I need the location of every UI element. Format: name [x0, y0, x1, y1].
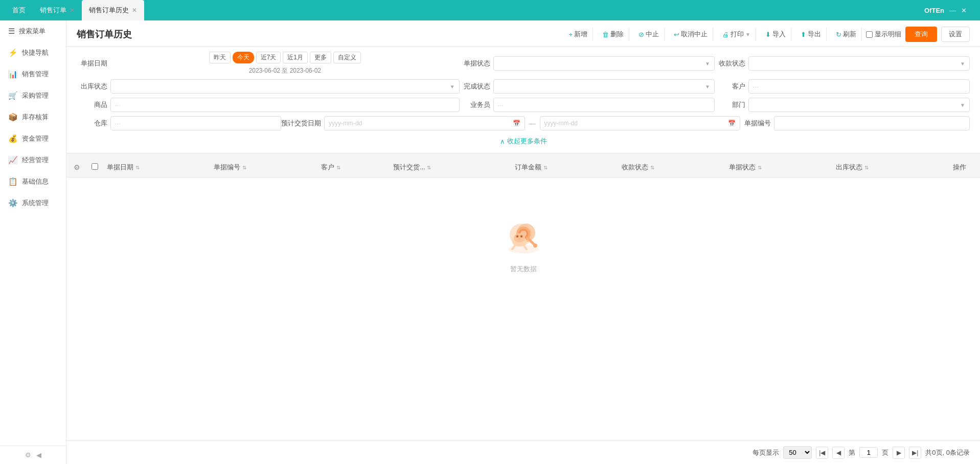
- tab-sales-order[interactable]: 销售订单 ✕: [33, 0, 82, 20]
- product-input[interactable]: ···: [110, 98, 460, 112]
- bill-no-input[interactable]: [774, 116, 970, 130]
- new-btn[interactable]: + 新增: [564, 28, 594, 41]
- page-size-select[interactable]: 20 50 100: [783, 446, 812, 459]
- show-detail-checkbox[interactable]: 显示明细: [866, 30, 901, 39]
- first-page-btn[interactable]: |◀: [816, 447, 828, 459]
- sidebar-expand-btn[interactable]: ◀: [36, 451, 41, 459]
- sidebar-item-base-info[interactable]: 📋 基础信息: [0, 171, 66, 192]
- setting-btn[interactable]: 设置: [941, 27, 970, 42]
- show-detail-input[interactable]: [866, 31, 873, 38]
- import-btn[interactable]: ⬇ 导入: [760, 28, 791, 41]
- th-out-status: 出库状态 ⇅: [832, 158, 939, 178]
- stop-btn[interactable]: ⊘ 中止: [633, 28, 665, 41]
- payment-status-select[interactable]: ▼: [748, 56, 970, 71]
- dept-label: 部门: [715, 100, 745, 109]
- sidebar-settings-btn[interactable]: ⚙: [25, 451, 31, 459]
- sidebar-item-purchase-mgmt[interactable]: 🛒 采购管理: [0, 85, 66, 106]
- gear-btn[interactable]: ⚙: [71, 162, 83, 172]
- refresh-icon: ↻: [836, 31, 841, 38]
- print-btn[interactable]: 🖨 打印 ▼: [717, 28, 756, 41]
- minimize-btn[interactable]: —: [949, 7, 956, 14]
- dept-select[interactable]: ▼: [748, 98, 970, 112]
- cancel-stop-btn[interactable]: ↩ 取消中止: [669, 28, 713, 41]
- empty-state-icon: [498, 208, 549, 259]
- shortcut-last1m[interactable]: 近1月: [283, 52, 308, 63]
- salesman-label: 业务员: [460, 100, 490, 109]
- header-actions: + 新增 🗑 删除 ⊘ 中止 ↩ 取消中止 🖨 打印: [564, 27, 970, 42]
- complete-status-arrow-icon: ▼: [705, 84, 710, 90]
- shortcut-today[interactable]: 今天: [233, 52, 254, 63]
- delete-btn[interactable]: 🗑 删除: [597, 28, 629, 41]
- svg-point-6: [533, 244, 537, 248]
- collapse-bar[interactable]: ∧ 收起更多条件: [77, 135, 970, 148]
- tab-sales-order-history-label: 销售订单历史: [89, 6, 129, 15]
- export-icon: ⬆: [801, 31, 806, 38]
- search-menu-icon: ☰: [8, 27, 15, 36]
- shortcut-yesterday[interactable]: 昨天: [209, 52, 231, 63]
- sort-no-icon[interactable]: ⇅: [242, 165, 246, 170]
- sidebar-item-stock-calc[interactable]: 📦 库存核算: [0, 106, 66, 128]
- delete-icon: 🗑: [602, 31, 609, 38]
- sidebar-item-biz-mgmt[interactable]: 📈 经营管理: [0, 149, 66, 171]
- th-amount: 订单金额 ⇅: [511, 158, 618, 178]
- prev-page-btn[interactable]: ◀: [832, 447, 845, 459]
- tab-sales-order-history-close[interactable]: ✕: [132, 7, 137, 14]
- filter-date: 单据日期 昨天 今天 近7天 近1月 更多 自定义 2023-06-02 至 2…: [77, 52, 460, 75]
- th-date: 单据日期 ⇅: [103, 158, 210, 178]
- query-btn[interactable]: 查询: [905, 27, 937, 42]
- out-status-select[interactable]: ▼: [110, 79, 460, 94]
- filter-dept: 部门 ▼: [715, 98, 970, 112]
- complete-status-select[interactable]: ▼: [493, 79, 715, 94]
- sort-bill-status-icon[interactable]: ⇅: [758, 165, 762, 170]
- page-size-label: 每页显示: [753, 448, 779, 457]
- shortcut-more[interactable]: 更多: [310, 52, 331, 63]
- tab-sales-order-history[interactable]: 销售订单历史 ✕: [82, 0, 144, 20]
- sort-date-icon[interactable]: ⇅: [135, 165, 140, 170]
- new-btn-label: 新增: [574, 30, 587, 39]
- tab-home[interactable]: 首页: [5, 0, 33, 20]
- filter-bill-status: 单据状态 ▼: [460, 56, 715, 71]
- warehouse-ellipsis: ···: [115, 120, 121, 127]
- shortcut-last7[interactable]: 近7天: [256, 52, 281, 63]
- sidebar-item-sales-mgmt[interactable]: 📊 销售管理: [0, 63, 66, 85]
- last-page-btn[interactable]: ▶|: [909, 447, 921, 459]
- sort-expected-date-icon[interactable]: ⇅: [427, 165, 431, 170]
- th-actions: 操作: [939, 158, 980, 178]
- quick-nav-icon: ⚡: [8, 48, 18, 57]
- sidebar-item-fund-mgmt-label: 资金管理: [22, 134, 49, 143]
- th-expected-date-label: 预计交货...: [393, 163, 425, 171]
- salesman-input[interactable]: ···: [493, 98, 715, 112]
- customer-input[interactable]: ···: [748, 79, 970, 94]
- collapse-up-icon: ∧: [500, 138, 505, 145]
- svg-point-8: [514, 233, 525, 242]
- shortcut-custom[interactable]: 自定义: [333, 52, 361, 63]
- select-all-checkbox[interactable]: [92, 163, 98, 170]
- filter-row-2: 出库状态 ▼ 完成状态 ▼ 客户 ···: [77, 79, 970, 94]
- refresh-btn[interactable]: ↻ 刷新: [831, 28, 862, 41]
- empty-text: 暂无数据: [510, 264, 537, 274]
- sort-amount-icon[interactable]: ⇅: [543, 165, 548, 170]
- th-no: 单据编号 ⇅: [210, 158, 316, 178]
- warehouse-input[interactable]: ···: [110, 116, 281, 130]
- sidebar-item-sys-mgmt[interactable]: ⚙️ 系统管理: [0, 192, 66, 214]
- expected-date-from[interactable]: yyyy-mm-dd 📅: [324, 116, 525, 130]
- refresh-btn-label: 刷新: [843, 30, 856, 39]
- bill-status-select[interactable]: ▼: [493, 56, 715, 71]
- sidebar-item-search-menu[interactable]: ☰ 搜索菜单: [0, 20, 66, 42]
- sidebar-item-fund-mgmt[interactable]: 💰 资金管理: [0, 128, 66, 149]
- expected-date-to[interactable]: yyyy-mm-dd 📅: [540, 116, 741, 130]
- sort-payment-status-icon[interactable]: ⇅: [650, 165, 654, 170]
- out-status-arrow-icon: ▼: [450, 84, 455, 90]
- biz-mgmt-icon: 📈: [8, 156, 18, 165]
- tab-sales-order-close[interactable]: ✕: [70, 7, 75, 14]
- stop-icon: ⊘: [639, 31, 644, 38]
- sidebar-item-quick-nav[interactable]: ⚡ 快捷导航: [0, 42, 66, 63]
- filter-product: 商品 ···: [77, 98, 460, 112]
- payment-status-label: 收款状态: [715, 59, 745, 68]
- sort-out-status-icon[interactable]: ⇅: [864, 165, 869, 170]
- next-page-btn[interactable]: ▶: [893, 447, 905, 459]
- export-btn[interactable]: ⬆ 导出: [795, 28, 827, 41]
- page-input[interactable]: [859, 447, 878, 458]
- sort-customer-icon[interactable]: ⇅: [336, 165, 340, 170]
- close-btn[interactable]: ✕: [961, 7, 967, 14]
